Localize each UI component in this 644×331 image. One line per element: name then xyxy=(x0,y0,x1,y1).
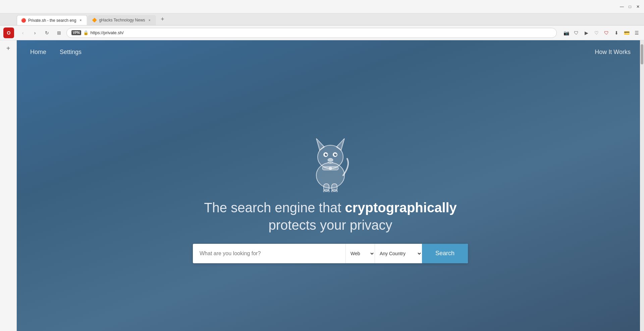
nav-settings[interactable]: Settings xyxy=(60,46,82,58)
tab-close-1[interactable]: × xyxy=(78,18,83,23)
tab-favicon-2: 🔶 xyxy=(92,18,97,22)
window-controls[interactable]: — □ ✕ xyxy=(619,4,641,9)
nav-right: How It Works xyxy=(595,49,631,56)
tab-close-2[interactable]: × xyxy=(147,18,152,22)
nav-how-it-works[interactable]: How It Works xyxy=(595,46,631,58)
url-display: https://private.sh/ xyxy=(91,30,124,35)
wallet-icon[interactable]: 💳 xyxy=(623,29,631,37)
tab-bar: 🔴 Private.sh - the search eng × 🔶 gHacks… xyxy=(0,13,644,25)
browser-sidebar: + xyxy=(0,40,17,331)
maximize-button[interactable]: □ xyxy=(627,4,633,9)
search-type-select[interactable]: Web Images Videos News xyxy=(345,244,375,263)
scrollbar-thumb[interactable] xyxy=(641,44,643,64)
heart-icon[interactable]: ♡ xyxy=(592,29,600,37)
search-country-select[interactable]: Any Country United States United Kingdom… xyxy=(375,244,422,263)
tab-favicon-1: 🔴 xyxy=(21,18,26,23)
svg-point-14 xyxy=(329,167,332,170)
play-icon[interactable]: ▶ xyxy=(582,29,590,37)
site-navigation: Home Settings How It Works xyxy=(17,40,644,64)
search-bar: Web Images Videos News Any Country Unite… xyxy=(193,244,468,263)
site-nav-left: Home Settings xyxy=(30,46,82,58)
secure-icon: 🔒 xyxy=(83,30,89,35)
hero-title-prefix: The search engine that xyxy=(204,200,345,215)
address-field[interactable]: VPN 🔒 https://private.sh/ xyxy=(66,28,557,38)
download-icon[interactable]: ⬇ xyxy=(612,29,621,37)
hero-title: The search engine that cryptographically… xyxy=(204,199,457,234)
add-icon: + xyxy=(6,45,10,52)
shield-icon[interactable]: 🛡 xyxy=(572,29,580,37)
search-button[interactable]: Search xyxy=(422,244,468,263)
sidebar-add-button[interactable]: + xyxy=(3,43,14,54)
svg-point-17 xyxy=(323,189,329,192)
page-content: Home Settings How It Works xyxy=(17,40,644,331)
minimize-button[interactable]: — xyxy=(619,4,625,9)
forward-button[interactable]: › xyxy=(30,28,40,38)
hero-title-bold: cryptographically xyxy=(345,200,457,215)
opera-menu-button[interactable]: O xyxy=(3,27,14,38)
new-tab-button[interactable]: + xyxy=(158,15,167,24)
vpn-badge: VPN xyxy=(71,30,81,35)
tab-ghacks[interactable]: 🔶 gHacks Technology News × xyxy=(88,15,156,25)
opera-icon: O xyxy=(7,30,11,36)
adblock-icon[interactable]: 🛡 xyxy=(602,29,610,37)
title-bar: — □ ✕ xyxy=(0,0,644,13)
address-bar: O ‹ › ↻ ⊞ VPN 🔒 https://private.sh/ 📷 🛡 … xyxy=(0,25,644,40)
scrollbar[interactable] xyxy=(640,40,644,331)
back-button[interactable]: ‹ xyxy=(18,28,28,38)
address-icons: 📷 🛡 ▶ ♡ 🛡 ⬇ 💳 ☰ xyxy=(562,29,641,37)
dog-mascot xyxy=(304,132,357,192)
tab-label-2: gHacks Technology News xyxy=(99,18,145,22)
tab-label-1: Private.sh - the search eng xyxy=(28,18,76,23)
svg-point-18 xyxy=(331,189,337,192)
hero-title-suffix: protects your privacy xyxy=(268,218,392,232)
close-button[interactable]: ✕ xyxy=(635,4,641,9)
tabs-button[interactable]: ⊞ xyxy=(54,28,64,38)
hero-section: The search engine that cryptographically… xyxy=(17,64,644,331)
nav-home[interactable]: Home xyxy=(30,46,46,58)
browser-layout: + Home Settings How It Works xyxy=(0,40,644,331)
svg-point-10 xyxy=(326,153,327,154)
svg-point-11 xyxy=(335,153,336,154)
camera-icon[interactable]: 📷 xyxy=(562,29,570,37)
svg-point-12 xyxy=(328,158,333,162)
reload-button[interactable]: ↻ xyxy=(42,28,52,38)
tab-private-sh[interactable]: 🔴 Private.sh - the search eng × xyxy=(17,15,87,25)
menu-icon[interactable]: ☰ xyxy=(633,29,641,37)
search-input[interactable] xyxy=(193,244,345,263)
